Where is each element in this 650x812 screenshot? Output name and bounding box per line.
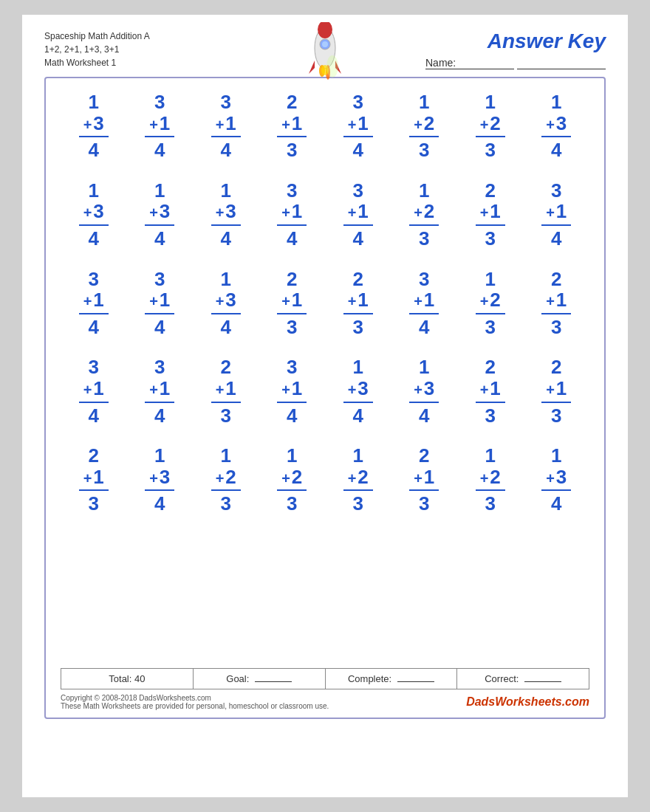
num-addend: 3 (546, 467, 567, 488)
num-addend: 1 (546, 201, 567, 222)
num-top: 1 (221, 269, 231, 290)
answer-line (277, 136, 307, 137)
num-addend: 1 (348, 289, 369, 311)
problem-r4-c7: 213 (457, 351, 524, 432)
problem-r5-c1: 213 (61, 439, 127, 520)
complete-cell: Complete: (326, 669, 458, 689)
num-addend: 1 (281, 201, 302, 222)
problem-r4-c5: 134 (325, 351, 391, 432)
num-addend: 2 (414, 113, 434, 134)
num-answer: 3 (419, 140, 429, 161)
problem-r3-c2: 314 (127, 263, 194, 344)
num-top: 2 (89, 445, 99, 467)
problem-r1-c2: 314 (127, 86, 194, 167)
problem-r1-c8: 134 (524, 86, 590, 167)
num-top: 1 (154, 180, 165, 202)
num-addend: 1 (348, 201, 369, 222)
problem-r5-c4: 123 (259, 439, 326, 520)
answer-line (145, 489, 174, 491)
copyright-line2: These Math Worksheets are provided for p… (61, 702, 329, 710)
num-answer: 4 (353, 140, 363, 161)
problem-r4-c8: 213 (524, 351, 590, 432)
num-top: 1 (89, 180, 99, 202)
num-addend: 2 (414, 201, 434, 222)
num-top: 1 (485, 269, 496, 290)
copyright-text: Copyright © 2008-2018 DadsWorksheets.com… (61, 694, 329, 710)
brand: DadsWorksheets.com (466, 695, 589, 709)
answer-line (145, 136, 174, 137)
num-top: 1 (419, 92, 429, 113)
num-answer: 3 (287, 493, 297, 515)
answer-line (476, 402, 505, 403)
num-answer: 4 (551, 140, 561, 161)
num-answer: 3 (485, 493, 496, 515)
problem-row-5: 213134123123123213123134 (61, 439, 589, 520)
answer-line (343, 313, 373, 314)
header: Spaceship Math Addition A 1+2, 2+1, 1+3,… (44, 30, 606, 69)
name-line: Name: (422, 57, 606, 69)
num-top: 2 (287, 269, 297, 290)
goal-blank (255, 681, 292, 682)
correct-cell: Correct: (457, 669, 589, 689)
problem-r5-c3: 123 (193, 439, 259, 520)
num-top: 1 (419, 357, 429, 378)
problem-r2-c6: 123 (391, 174, 458, 255)
num-answer: 4 (154, 493, 165, 515)
num-answer: 4 (353, 228, 363, 250)
problem-row-3: 314314134213213314123213 (61, 263, 589, 344)
header-left: Spaceship Math Addition A 1+2, 2+1, 1+3,… (44, 30, 150, 69)
answer-line (277, 489, 307, 491)
num-addend: 1 (414, 289, 434, 311)
num-addend: 3 (216, 289, 236, 311)
answer-line (343, 489, 373, 491)
num-answer: 3 (287, 140, 297, 161)
answer-line (79, 402, 109, 403)
answer-line (211, 224, 241, 226)
num-top: 1 (353, 445, 363, 467)
num-addend: 3 (83, 201, 104, 222)
title-line1: Spaceship Math Addition A (44, 30, 150, 43)
num-answer: 3 (485, 140, 496, 161)
num-answer: 3 (419, 228, 429, 250)
problem-r2-c7: 213 (457, 174, 524, 255)
num-top: 2 (221, 357, 231, 378)
num-addend: 2 (348, 467, 369, 488)
problem-r3-c1: 314 (61, 263, 127, 344)
num-answer: 4 (287, 228, 297, 250)
answer-line (343, 402, 373, 403)
answer-line (145, 224, 174, 226)
num-addend: 1 (281, 289, 302, 311)
answer-line (541, 402, 571, 403)
num-top: 3 (419, 269, 429, 290)
num-answer: 4 (221, 228, 231, 250)
num-answer: 3 (287, 317, 297, 338)
copyright: Copyright © 2008-2018 DadsWorksheets.com… (61, 694, 589, 710)
problem-r1-c7: 123 (457, 86, 524, 167)
num-addend: 1 (480, 201, 501, 222)
num-answer: 4 (154, 228, 165, 250)
problem-r5-c7: 123 (457, 439, 524, 520)
num-addend: 1 (149, 378, 170, 399)
num-answer: 4 (221, 140, 231, 161)
num-addend: 3 (83, 113, 104, 134)
num-answer: 3 (353, 317, 363, 338)
num-answer: 4 (154, 140, 165, 161)
num-addend: 2 (480, 289, 501, 311)
num-top: 1 (485, 445, 496, 467)
brand-dads: Dads (466, 695, 495, 708)
problem-r2-c5: 314 (325, 174, 391, 255)
problem-r2-c3: 134 (193, 174, 259, 255)
num-answer: 4 (154, 405, 165, 427)
title-line2: 1+2, 2+1, 1+3, 3+1 (44, 43, 150, 56)
answer-line (541, 489, 571, 491)
answer-line (541, 136, 571, 137)
num-addend: 1 (281, 113, 302, 134)
num-top: 2 (551, 269, 561, 290)
num-top: 3 (551, 180, 561, 202)
num-addend: 1 (414, 467, 434, 488)
num-addend: 1 (149, 113, 170, 134)
answer-line (277, 313, 307, 314)
problem-r4-c1: 314 (61, 351, 127, 432)
num-top: 3 (287, 180, 297, 202)
answer-line (409, 224, 439, 226)
